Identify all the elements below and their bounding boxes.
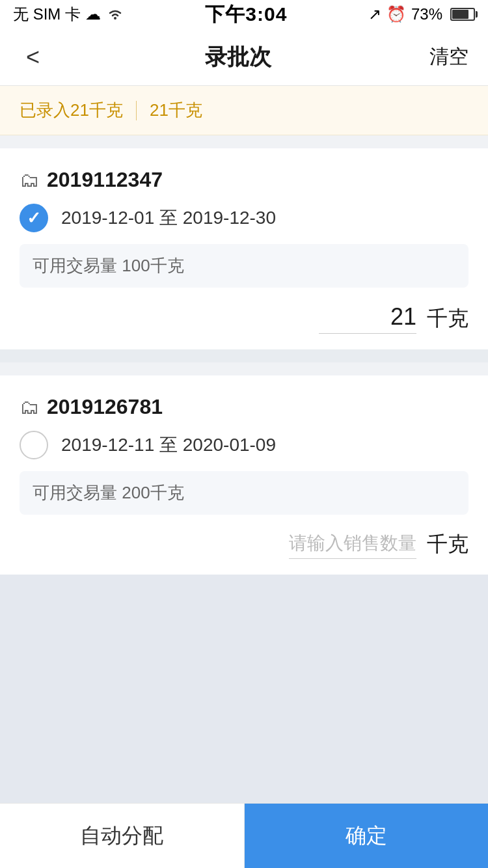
page-title: 录批次 bbox=[205, 42, 271, 72]
status-time: 下午3:04 bbox=[205, 1, 287, 28]
sim-status: 无 SIM 卡 ☁ bbox=[13, 4, 101, 25]
batch-card-2: 🗂 2019126781 2019-12-11 至 2020-01-09 可用交… bbox=[0, 375, 488, 515]
batch-2-avail: 可用交易量 200千克 bbox=[20, 471, 468, 515]
batch-1-quantity-value: 21 bbox=[390, 303, 416, 330]
alarm-icon: ⏰ bbox=[386, 5, 406, 23]
batch-2-quantity-placeholder: 请输入销售数量 bbox=[289, 533, 416, 553]
nav-bar: < 录批次 清空 bbox=[0, 29, 488, 86]
status-left: 无 SIM 卡 ☁ bbox=[13, 4, 124, 25]
batch-1-unit: 千克 bbox=[427, 305, 468, 333]
batch-2-select-row: 2019-12-11 至 2020-01-09 bbox=[20, 431, 468, 459]
batch-1-quantity-row: 21 千克 bbox=[0, 288, 488, 349]
batch-2-quantity-underline[interactable]: 请输入销售数量 bbox=[289, 531, 416, 559]
total-amount: 21千克 bbox=[150, 99, 202, 122]
recorded-amount: 已录入21千克 bbox=[20, 99, 123, 122]
auto-distribute-button[interactable]: 自动分配 bbox=[0, 804, 245, 868]
info-banner: 已录入21千克 21千克 bbox=[0, 86, 488, 135]
batch-2-unit: 千克 bbox=[427, 530, 468, 559]
batch-1-avail: 可用交易量 100千克 bbox=[20, 244, 468, 288]
main-content: 已录入21千克 21千克 🗂 2019112347 2019-12-01 至 2… bbox=[0, 86, 488, 868]
clear-button[interactable]: 清空 bbox=[429, 44, 468, 70]
batch-2-radio[interactable] bbox=[20, 431, 48, 459]
batch-1-header: 🗂 2019112347 bbox=[20, 168, 468, 192]
batch-2-date: 2019-12-11 至 2020-01-09 bbox=[61, 433, 276, 457]
batch-2-quantity-row: 请输入销售数量 千克 bbox=[0, 515, 488, 575]
banner-divider bbox=[136, 101, 137, 120]
batch-1-quantity-underline[interactable]: 21 bbox=[319, 303, 416, 334]
batch-2-header: 🗂 2019126781 bbox=[20, 395, 468, 419]
bottom-bar: 自动分配 确定 bbox=[0, 803, 488, 868]
batch-1-icon: 🗂 bbox=[20, 169, 39, 191]
batch-card-1: 🗂 2019112347 2019-12-01 至 2019-12-30 可用交… bbox=[0, 148, 488, 288]
batch-1-radio[interactable] bbox=[20, 204, 48, 232]
svg-point-0 bbox=[114, 17, 116, 20]
batch-1-date: 2019-12-01 至 2019-12-30 bbox=[61, 206, 276, 230]
section-divider bbox=[0, 349, 488, 362]
batch-1-id: 2019112347 bbox=[47, 168, 163, 192]
status-right: ↗ ⏰ 73% bbox=[368, 5, 475, 23]
status-bar: 无 SIM 卡 ☁ 下午3:04 ↗ ⏰ 73% bbox=[0, 0, 488, 29]
battery-percent: 73% bbox=[411, 5, 442, 23]
batch-1-select-row: 2019-12-01 至 2019-12-30 bbox=[20, 204, 468, 232]
back-button[interactable]: < bbox=[20, 37, 46, 77]
batch-2-icon: 🗂 bbox=[20, 396, 39, 418]
confirm-button[interactable]: 确定 bbox=[245, 804, 489, 868]
battery-icon bbox=[450, 8, 475, 21]
batch-2-id: 2019126781 bbox=[47, 395, 163, 419]
wifi-icon bbox=[106, 8, 124, 21]
location-icon: ↗ bbox=[368, 5, 381, 23]
